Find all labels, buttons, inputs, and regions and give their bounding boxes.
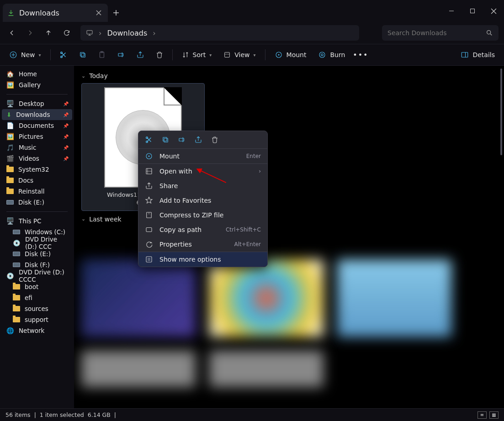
address-bar[interactable]: › Downloads › <box>80 25 359 41</box>
back-button[interactable] <box>4 25 20 41</box>
ctx-copy-icon[interactable] <box>161 136 170 144</box>
drive-icon <box>6 200 14 205</box>
cut-button[interactable] <box>54 47 73 63</box>
chevron-right-icon[interactable]: › <box>99 29 101 37</box>
disc-icon: 💿 <box>13 239 21 247</box>
separator <box>265 49 265 60</box>
more-button[interactable]: ••• <box>351 47 370 63</box>
details-view-toggle[interactable]: ≡ <box>477 411 487 419</box>
drive-icon <box>13 263 20 267</box>
svg-rect-26 <box>146 228 152 232</box>
sidebar-item-system32[interactable]: System32 <box>2 164 72 175</box>
sidebar-item-this-pc[interactable]: 🖥️This PC <box>2 216 72 226</box>
sidebar-item-dvd-d-2[interactable]: 💿DVD Drive (D:) CCCC <box>2 270 72 281</box>
ctx-share-icon[interactable] <box>194 136 202 144</box>
sidebar-item-network[interactable]: 🌐Network <box>2 325 72 336</box>
new-button[interactable]: New ▾ <box>4 47 47 63</box>
ctx-delete-icon[interactable] <box>211 136 219 144</box>
ctx-add-favorites[interactable]: Add to Favorites <box>138 193 267 208</box>
sidebar-item-downloads[interactable]: ⬇Downloads📌 <box>2 109 72 120</box>
sidebar-item-home[interactable]: 🏠Home <box>2 68 72 79</box>
rename-button[interactable] <box>112 47 130 63</box>
ctx-share[interactable]: Share <box>138 179 267 193</box>
sidebar-item-efi[interactable]: efi <box>2 292 72 303</box>
close-tab-icon[interactable] <box>96 10 101 16</box>
pc-icon: 🖥️ <box>6 217 14 225</box>
up-button[interactable] <box>40 25 57 41</box>
search-box[interactable] <box>382 25 499 41</box>
svg-rect-19 <box>164 138 168 142</box>
svg-point-23 <box>149 156 150 157</box>
delete-button[interactable] <box>150 47 169 63</box>
documents-icon: 📄 <box>6 122 14 129</box>
zip-icon <box>145 211 153 219</box>
ctx-show-more[interactable]: Show more options <box>138 252 267 267</box>
ctx-properties[interactable]: PropertiesAlt+Enter <box>138 237 267 252</box>
folder-icon <box>6 189 14 194</box>
mount-button[interactable]: Mount <box>269 47 312 63</box>
chevron-down-icon: ▾ <box>254 53 256 58</box>
forward-button[interactable] <box>22 25 38 41</box>
refresh-button[interactable] <box>58 25 75 41</box>
sidebar-item-dvd-d[interactable]: 💿DVD Drive (D:) CCC <box>2 237 72 248</box>
sidebar-item-sources[interactable]: sources <box>2 303 72 314</box>
ctx-compress-zip[interactable]: Compress to ZIP file <box>138 208 267 222</box>
sidebar-item-music[interactable]: 🎵Music📌 <box>2 142 72 153</box>
gallery-icon: 🖼️ <box>6 81 14 89</box>
close-window-button[interactable] <box>483 0 504 22</box>
burn-button[interactable]: Burn <box>313 47 350 63</box>
disc-icon: 💿 <box>6 272 14 279</box>
chevron-right-icon: › <box>259 168 261 174</box>
nav-row: › Downloads › <box>0 22 504 44</box>
pin-icon: 📌 <box>63 145 69 150</box>
svg-rect-7 <box>80 53 84 56</box>
sidebar-item-gallery[interactable]: 🖼️Gallery <box>2 79 72 90</box>
thumbnails-view-toggle[interactable]: ▦ <box>489 411 499 419</box>
sort-button[interactable]: Sort ▾ <box>176 47 218 63</box>
burn-icon <box>318 51 326 59</box>
sidebar-item-support[interactable]: support <box>2 314 72 325</box>
sidebar-item-boot[interactable]: boot <box>2 281 72 292</box>
separator: | <box>114 411 116 418</box>
blurred-thumbnails <box>81 259 497 337</box>
sidebar-item-reinstall[interactable]: Reinstall <box>2 186 72 197</box>
details-pane-button[interactable]: Details <box>455 47 500 63</box>
copy-button[interactable] <box>74 47 92 63</box>
sidebar-item-docs[interactable]: Docs <box>2 175 72 186</box>
ctx-cut-icon[interactable] <box>145 136 153 144</box>
network-icon: 🌐 <box>6 327 14 334</box>
sidebar-item-videos[interactable]: 🎬Videos📌 <box>2 153 72 164</box>
properties-icon <box>145 240 153 248</box>
svg-rect-20 <box>163 137 167 141</box>
svg-point-15 <box>321 54 324 56</box>
sidebar-item-pictures[interactable]: 🖼️Pictures📌 <box>2 131 72 142</box>
share-button[interactable] <box>131 47 149 63</box>
search-icon[interactable] <box>486 29 493 37</box>
ctx-copy-path[interactable]: Copy as pathCtrl+Shift+C <box>138 222 267 237</box>
sidebar-item-disk-e[interactable]: Disk (E:) <box>2 248 72 259</box>
group-today[interactable]: ⌄Today <box>81 72 497 79</box>
drive-icon <box>13 252 20 256</box>
monitor-icon <box>86 29 93 37</box>
status-size: 6.14 GB <box>88 411 111 418</box>
sidebar-item-desktop[interactable]: 🖥️Desktop📌 <box>2 98 72 109</box>
sidebar-item-documents[interactable]: 📄Documents📌 <box>2 120 72 131</box>
search-input[interactable] <box>387 29 486 37</box>
paste-button[interactable] <box>93 47 111 63</box>
chevron-right-icon[interactable]: › <box>153 29 155 37</box>
scrollbar[interactable] <box>500 68 502 155</box>
svg-point-14 <box>319 52 325 58</box>
new-tab-button[interactable] <box>108 4 124 22</box>
ctx-rename-icon[interactable] <box>178 136 186 144</box>
minimize-button[interactable] <box>441 0 462 22</box>
svg-rect-11 <box>225 53 230 58</box>
openwith-icon <box>145 167 153 175</box>
ctx-mount[interactable]: MountEnter <box>138 149 267 163</box>
sidebar-item-disk-e[interactable]: Disk (E:) <box>2 197 72 208</box>
pin-icon: 📌 <box>63 112 69 117</box>
window-tab[interactable]: Downloads <box>3 4 108 22</box>
view-button[interactable]: View ▾ <box>218 47 261 63</box>
maximize-button[interactable] <box>462 0 483 22</box>
context-menu: MountEnter Open with› Share Add to Favor… <box>138 131 268 267</box>
breadcrumb-segment[interactable]: Downloads <box>107 29 147 37</box>
